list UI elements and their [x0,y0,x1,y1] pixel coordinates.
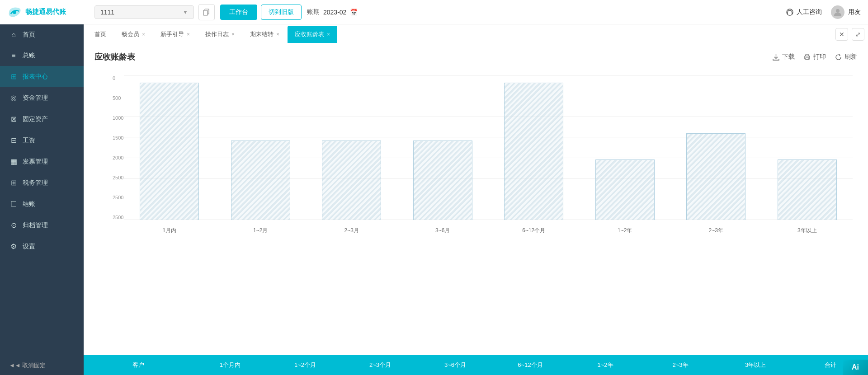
x-label-7: 3年以上 [762,227,853,234]
tab-close-3[interactable]: × [231,32,235,37]
headset-icon [786,8,794,16]
sidebar-item-资金管理[interactable]: ◎ 资金管理 [0,87,84,108]
tab-close-5[interactable]: × [327,32,330,37]
bar-3 [413,141,472,220]
user-area[interactable]: 用友 [831,5,861,19]
bar-group-2 [306,75,397,220]
tab-应收账龄表[interactable]: 应收账龄表× [288,26,337,43]
switch-old-button[interactable]: 切到旧版 [261,5,302,20]
copy-button[interactable] [198,4,215,20]
tab-label-5: 应收账龄表 [295,30,324,38]
chart-wrapper: 2500250025002000150010005000 1月内1~2月2~3月… [94,75,857,238]
copy-icon [203,9,210,16]
bar-4 [504,83,563,220]
sidebar-icon-0: ⌂ [9,31,18,39]
sidebar-item-结账[interactable]: ☐ 结账 [0,193,84,215]
y-label: 2500 [113,215,123,220]
th-cell-0: 客户 [84,361,193,369]
sidebar-item-固定资产[interactable]: ⊠ 固定资产 [0,108,84,130]
tab-操作日志[interactable]: 操作日志× [198,26,242,43]
sidebar-item-税务管理[interactable]: ⊞ 税务管理 [0,172,84,193]
sidebar-bottom[interactable]: ◄◄ 取消固定 [0,356,84,375]
svg-rect-2 [203,10,208,15]
support-label: 人工咨询 [797,8,822,16]
header-right: 人工咨询 用友 [786,5,861,19]
sidebar-icon-10: ⚙ [9,242,18,251]
sidebar-item-发票管理[interactable]: ▦ 发票管理 [0,151,84,172]
sidebar-item-设置[interactable]: ⚙ 设置 [0,236,84,257]
tab-close-1[interactable]: × [142,32,145,37]
x-label-4: 6~12个月 [488,227,580,234]
sidebar-item-报表中心[interactable]: ⊞ 报表中心 [0,66,84,87]
refresh-icon [835,54,842,61]
content-area: 首页畅会员×新手引导×操作日志×期末结转×应收账龄表× ✕ ⤢ 应收账龄表 下载 [84,24,868,375]
sidebar: ⌂ 首页 ≡ 总账 ⊞ 报表中心 ◎ 资金管理 ⊠ 固定资产 ⊟ 工资 ▦ 发票… [0,24,84,375]
sidebar-icon-9: ⊙ [9,221,18,230]
y-label: 2500 [113,195,123,200]
th-cell-2: 1~2个月 [268,361,343,369]
x-label-3: 3~6月 [397,227,489,234]
tab-close-4[interactable]: × [276,32,279,37]
chevron-down-icon: ▼ [183,9,188,15]
sidebar-item-首页[interactable]: ⌂ 首页 [0,24,84,45]
tab-label-4: 期末结转 [250,30,274,38]
y-label: 1000 [113,115,123,121]
tab-畅会员[interactable]: 畅会员× [114,26,152,43]
svg-rect-4 [787,12,788,14]
period-value: 2023-02 [323,9,346,16]
tab-label-2: 新手引导 [160,30,184,38]
tab-close-2[interactable]: × [187,32,190,37]
bar-1 [231,141,290,220]
bar-6 [686,133,745,220]
y-label: 2500 [113,175,123,180]
svg-point-0 [13,10,16,14]
y-label: 500 [113,95,123,101]
sidebar-item-归档管理[interactable]: ⊙ 归档管理 [0,215,84,236]
chart-x-labels: 1月内1~2月2~3月3~6月6~12个月1~2年2~3年3年以上 [124,227,853,234]
sidebar-item-总账[interactable]: ≡ 总账 [0,45,84,66]
bar-2 [322,141,381,220]
y-label: 1500 [113,135,123,141]
tab-expand-button[interactable]: ⤢ [852,28,864,41]
tab-label-1: 畅会员 [122,30,139,38]
x-label-6: 2~3年 [670,227,762,234]
y-label: 0 [113,75,123,81]
print-button[interactable]: 打印 [804,53,826,61]
tab-首页[interactable]: 首页 [87,26,113,43]
tab-label-0: 首页 [94,30,106,38]
y-label: 2000 [113,155,123,160]
print-icon [804,54,811,61]
sidebar-icon-7: ⊞ [9,178,18,187]
download-button[interactable]: 下载 [773,53,795,61]
bar-0 [140,83,199,220]
company-name: 1111 [100,9,179,16]
sidebar-label-4: 固定资产 [23,115,48,123]
ai-badge[interactable]: Ai [843,360,868,375]
support-button[interactable]: 人工咨询 [786,8,822,16]
logo-text: 畅捷通易代账 [25,8,66,16]
refresh-button[interactable]: 刷新 [835,53,857,61]
tab-close-button[interactable]: ✕ [835,28,848,41]
workbench-button[interactable]: 工作台 [220,5,257,20]
sidebar-icon-1: ≡ [9,52,18,60]
period-label: 账期 [307,8,320,16]
sidebar-label-9: 归档管理 [23,221,48,230]
page-actions: 下载 打印 [773,53,857,61]
th-cell-8: 3年以上 [718,361,793,369]
calendar-icon[interactable]: 📅 [350,9,358,16]
user-label: 用友 [848,8,861,16]
sidebar-icon-3: ◎ [9,94,18,102]
sidebar-item-工资[interactable]: ⊟ 工资 [0,130,84,151]
th-cell-3: 2~3个月 [343,361,418,369]
x-label-1: 1~2月 [215,227,307,234]
company-selector[interactable]: 1111 ▼ [94,5,194,19]
svg-rect-5 [792,12,793,14]
bar-group-3 [397,75,489,220]
period-area: 账期 2023-02 📅 [307,8,358,16]
tab-期末结转[interactable]: 期末结转× [243,26,287,43]
ai-label: Ai [852,363,859,371]
bar-group-1 [215,75,307,220]
sidebar-icon-8: ☐ [9,200,18,208]
tab-新手引导[interactable]: 新手引导× [153,26,197,43]
svg-point-6 [836,9,840,13]
